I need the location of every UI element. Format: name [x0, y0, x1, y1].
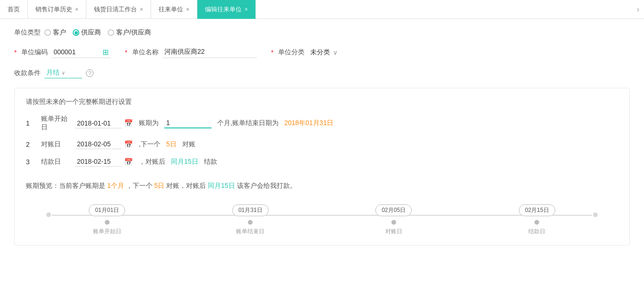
row-2-type: 对账日: [41, 140, 69, 149]
timeline-container: 01月01日 账单开始日 01月31日 账单结束日 02月05日 对账日: [26, 204, 618, 236]
unit-code-input[interactable]: [53, 48, 101, 56]
preview-payment-day: 同月15日: [208, 182, 235, 189]
payment-condition-select[interactable]: 月结 ∨: [44, 68, 82, 78]
preview-text: 账期预览：当前客户账期是 1个月 ，下一个 5日 对账，对账后 同月15日 该客…: [26, 174, 618, 190]
unit-category-select[interactable]: 未分类 ∨: [310, 48, 348, 57]
unit-category-label: 单位分类: [278, 48, 305, 57]
radio-supplier[interactable]: 供应商: [73, 28, 101, 37]
payment-help-icon[interactable]: ?: [86, 69, 93, 77]
row-1-period-input[interactable]: [164, 118, 212, 128]
timeline-badge-1: 01月01日: [89, 204, 125, 216]
timeline-badge-4: 02月15日: [519, 204, 555, 216]
row-1-type: 账单开始日: [41, 115, 69, 132]
tab-cashflow-label: 钱货日清工作台: [94, 5, 137, 14]
radio-supplier-circle: [73, 29, 79, 36]
preview-reconcile-day: 5日: [154, 182, 164, 189]
row-3-num: 3: [26, 158, 35, 166]
unit-name-star: *: [125, 49, 127, 56]
row-3-type: 结款日: [41, 158, 69, 166]
unit-code-item: * 单位编码 ⊞: [14, 47, 110, 58]
timeline-badge-3: 02月05日: [375, 204, 412, 216]
row-1-end-date: 2018年01月31日: [284, 119, 333, 127]
timeline-badge-2: 01月31日: [232, 204, 269, 216]
timeline-node-2: 01月31日 账单结束日: [179, 204, 322, 236]
unit-category-value: 未分类: [310, 48, 330, 57]
tab-cashflow-close[interactable]: ×: [140, 6, 143, 13]
row-3-prefix: ，对账后: [139, 158, 165, 166]
row-3-date-input[interactable]: [75, 157, 122, 167]
timeline-node-3: 02月05日 对账日: [322, 204, 466, 236]
radio-both-circle: [108, 29, 114, 36]
timeline-dot-3: [391, 220, 396, 225]
preview-period: 1个月: [107, 182, 124, 189]
unit-type-label: 单位类型: [14, 28, 41, 37]
tab-more-button[interactable]: ›: [632, 0, 644, 19]
payment-condition-value: 月结: [46, 68, 59, 77]
timeline-label-3: 对账日: [385, 228, 402, 236]
tab-edit-partner-close[interactable]: ×: [245, 6, 248, 13]
radio-customer-circle: [44, 29, 51, 36]
unit-type-radio-group: 客户 供应商 客户/供应商: [44, 28, 151, 37]
radio-both-label: 客户/供应商: [116, 28, 151, 37]
tab-edit-partner[interactable]: 编辑往来单位 ×: [197, 0, 256, 19]
radio-customer-label: 客户: [53, 28, 66, 37]
unit-info-row: * 单位编码 ⊞ * 单位名称 * 单位分类 未分类 ∨: [14, 46, 630, 58]
tab-partner-label: 往来单位: [159, 5, 183, 14]
row-1-date-wrapper: 📅: [75, 118, 133, 128]
unit-type-row: 单位类型 客户 供应商 客户/供应商: [14, 28, 630, 37]
payment-condition-item: 收款条件 月结 ∨ ?: [14, 68, 93, 78]
row-1-date-input[interactable]: [75, 118, 122, 128]
payment-row: 收款条件 月结 ∨ ?: [14, 68, 630, 78]
row-2-date-input[interactable]: [75, 139, 122, 149]
setting-row-3: 3 结款日 📅 ，对账后 同月15日 结款: [26, 157, 618, 167]
unit-name-input[interactable]: [162, 46, 257, 58]
tab-sales-history-label: 销售订单历史: [35, 5, 72, 14]
row-2-date-wrapper: 📅: [75, 139, 133, 149]
unit-name-item: * 单位名称: [125, 46, 256, 58]
tab-home[interactable]: 首页: [0, 0, 28, 19]
tabs-bar: 首页 销售订单历史 × 钱货日清工作台 × 往来单位 × 编辑往来单位 × ›: [0, 0, 644, 19]
setting-row-1: 1 账单开始日 📅 账期为 个月,账单结束日期为 2018年01月31日: [26, 115, 618, 132]
payment-condition-arrow-icon: ∨: [61, 70, 65, 76]
radio-both[interactable]: 客户/供应商: [108, 28, 151, 37]
tab-edit-partner-label: 编辑往来单位: [205, 5, 242, 14]
timeline-dot-2: [248, 220, 253, 225]
row-3-calendar-icon[interactable]: 📅: [124, 158, 133, 166]
radio-customer[interactable]: 客户: [44, 28, 66, 37]
unit-category-item: * 单位分类 未分类 ∨: [271, 48, 348, 57]
row-2-num: 2: [26, 141, 35, 148]
payment-condition-label: 收款条件: [14, 69, 41, 77]
unit-code-star: *: [14, 49, 17, 56]
radio-supplier-label: 供应商: [81, 28, 101, 37]
tab-sales-history-close[interactable]: ×: [75, 6, 78, 13]
tab-home-label: 首页: [8, 5, 20, 14]
tab-cashflow[interactable]: 钱货日清工作台 ×: [86, 0, 151, 19]
timeline-dot-4: [534, 220, 539, 225]
row-1-suffix-text: 账期为: [139, 119, 159, 127]
unit-code-input-wrapper: ⊞: [51, 47, 110, 58]
row-2-calendar-icon[interactable]: 📅: [124, 140, 133, 149]
unit-category-star: *: [271, 49, 273, 56]
tab-sales-history[interactable]: 销售订单历史 ×: [28, 0, 86, 19]
timeline-dot-1: [105, 220, 110, 225]
preview-sep1: ，下一个: [126, 182, 153, 189]
row-3-date-wrapper: 📅: [75, 157, 133, 167]
tab-partner-close[interactable]: ×: [186, 6, 189, 13]
timeline-node-4: 02月15日 结款日: [466, 204, 609, 236]
timeline-label-4: 结款日: [528, 228, 545, 236]
unit-code-copy-icon[interactable]: ⊞: [102, 48, 109, 57]
preview-sep2: 对账，对账后: [166, 182, 206, 189]
row-1-calendar-icon[interactable]: 📅: [124, 119, 133, 127]
setting-row-2: 2 对账日 📅 ,下一个 5日 对账: [26, 139, 618, 149]
timeline-nodes: 01月01日 账单开始日 01月31日 账单结束日 02月05日 对账日: [35, 204, 609, 236]
row-3-highlight: 同月15日: [171, 158, 198, 166]
unit-name-label: 单位名称: [132, 48, 159, 57]
row-3-suffix: 结款: [204, 158, 217, 166]
preview-label: 账期预览：当前客户账期是: [26, 182, 105, 189]
row-1-period-suffix: 个月,账单结束日期为: [217, 119, 279, 127]
tab-partner[interactable]: 往来单位 ×: [151, 0, 197, 19]
row-1-num: 1: [26, 119, 35, 127]
timeline-node-1: 01月01日 账单开始日: [35, 204, 179, 236]
unit-code-label: 单位编码: [21, 48, 48, 57]
settings-panel: 请按照未来的一个完整帐期进行设置 1 账单开始日 📅 账期为 个月,账单结束日期…: [14, 88, 630, 245]
